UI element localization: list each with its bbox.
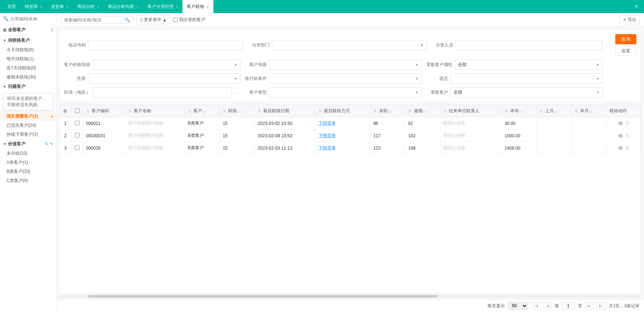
sidebar-group-pending[interactable]: ▼ 待联络客户 bbox=[0, 36, 56, 45]
sidebar-item-declining[interactable]: 持续下滑客户(2) bbox=[0, 130, 56, 139]
tab-purchase-order[interactable]: 进货单 × bbox=[47, 0, 73, 13]
nature-select[interactable]: ▼ bbox=[88, 73, 241, 84]
col-name[interactable]: ⇅ 客户名称 bbox=[125, 105, 185, 117]
close-tab-sales-icon[interactable]: × bbox=[40, 4, 42, 9]
region-select[interactable] bbox=[92, 87, 232, 97]
sidebar-all-customers[interactable]: ⊞ 全部客户 《 bbox=[0, 25, 56, 36]
edit-icon[interactable]: ✎ bbox=[50, 142, 53, 146]
sidebar-item-b-class[interactable]: B类客户(33) bbox=[0, 167, 56, 176]
col-this-year[interactable]: ⇅ 本年... bbox=[502, 105, 536, 117]
zero-customer-select[interactable]: 全部 ▼ bbox=[450, 87, 603, 97]
row-last-date: 2023-02-03 11:12: bbox=[255, 142, 315, 154]
my-customers-checkbox[interactable] bbox=[173, 17, 178, 22]
search-submit-icon[interactable]: 🔍 bbox=[125, 17, 130, 23]
query-button[interactable]: 查询 bbox=[615, 34, 636, 44]
person-more-icon[interactable]: ... bbox=[604, 42, 611, 48]
more-action-icon[interactable]: ⠿ bbox=[626, 133, 629, 138]
dept-select[interactable]: ▼ bbox=[272, 40, 427, 50]
page-number-input[interactable] bbox=[562, 302, 575, 309]
more-action-icon[interactable]: ⠿ bbox=[626, 121, 629, 126]
sort-icon8: ⇅ bbox=[408, 109, 411, 113]
person-select[interactable] bbox=[455, 40, 602, 50]
row-checkbox-cell[interactable] bbox=[71, 117, 83, 130]
sidebar-item-overdue-contact[interactable]: 逾期未联络(30) bbox=[0, 73, 56, 82]
sidebar-group-problem[interactable]: ▼ 问题客户 bbox=[0, 82, 56, 92]
sidebar-group-value[interactable]: ▼ 价值客户 ↻ ✎ bbox=[0, 139, 56, 149]
search-input[interactable] bbox=[64, 17, 123, 23]
zero-customer-label: 零散客户 bbox=[426, 89, 448, 96]
col-checkbox[interactable] bbox=[71, 105, 83, 117]
horizontal-scrollbar[interactable] bbox=[59, 295, 641, 298]
tab-goods-analysis-list[interactable]: 商品分析列表 × bbox=[104, 0, 143, 13]
select-all-checkbox[interactable] bbox=[75, 108, 80, 113]
row-last-method[interactable]: 下销货单 bbox=[315, 142, 370, 154]
col-last-month[interactable]: ⇅ 上月... bbox=[536, 105, 571, 117]
close-tab-goods-list-icon[interactable]: × bbox=[136, 4, 138, 9]
row-checkbox-cell[interactable] bbox=[71, 142, 83, 154]
row-last-date: 2023-03-02 10:30: bbox=[255, 117, 315, 130]
status-select[interactable]: ▼ bbox=[450, 73, 603, 84]
next-page-button[interactable]: ▶ bbox=[585, 302, 593, 309]
row-checkbox[interactable] bbox=[75, 133, 80, 138]
sidebar-item-churned[interactable]: 已流失客户(24) bbox=[0, 121, 56, 130]
row-last-method[interactable]: 下销货单 bbox=[315, 130, 370, 142]
tab-home[interactable]: 首页 bbox=[3, 0, 20, 13]
sidebar-item-tomorrow-pending[interactable]: 明天待联络(1) bbox=[0, 54, 56, 64]
region-more-icon[interactable]: ... bbox=[234, 90, 241, 95]
zero-attr-select[interactable]: 全部 ▼ bbox=[455, 60, 603, 70]
contact-action-icon[interactable]: ☎ bbox=[618, 121, 623, 126]
col-code[interactable]: ⇅ 客户编码 bbox=[83, 105, 125, 117]
sidebar-item-a-class[interactable]: A类客户(1) bbox=[0, 158, 56, 167]
price-level-select[interactable]: ▼ bbox=[92, 60, 241, 70]
sidebar-item-today-pending[interactable]: 今天待联络(0) bbox=[0, 45, 56, 54]
col-contacts[interactable]: ⇅ 联络... bbox=[220, 105, 254, 117]
sidebar-item-c-class[interactable]: C类客户(6) bbox=[0, 176, 56, 185]
prev-page-button[interactable]: ◀ bbox=[543, 302, 552, 309]
row-last-month bbox=[536, 142, 571, 154]
row-checkbox[interactable] bbox=[75, 145, 80, 150]
col-overdue[interactable]: ⇅ 逾期... bbox=[405, 105, 440, 117]
customer-type-select[interactable]: ▼ bbox=[269, 87, 422, 97]
more-filter-button[interactable]: ▽ 更多条件 ▲ bbox=[136, 15, 170, 24]
payment-select[interactable]: ▼ bbox=[269, 73, 422, 84]
col-contact-person[interactable]: ⇅ 往来单位联系人 bbox=[440, 105, 502, 117]
phone-input[interactable] bbox=[88, 40, 243, 50]
close-tab-goods-analysis-icon[interactable]: × bbox=[97, 4, 99, 9]
contact-action-icon[interactable]: ☎ bbox=[618, 146, 623, 151]
close-tab-purchase-icon[interactable]: × bbox=[66, 4, 68, 9]
col-last-method[interactable]: ⇅ 最后联络方式 bbox=[315, 105, 370, 117]
settings-button[interactable]: 设置 bbox=[615, 46, 636, 56]
filter-payment: 收付款条件 ▼ bbox=[245, 73, 422, 84]
row-code: 000026 bbox=[83, 142, 125, 154]
col-last-date[interactable]: ⇅ 最后联络日期 bbox=[255, 105, 315, 117]
my-customers-checkbox-label[interactable]: 我分管的客户 bbox=[173, 17, 205, 23]
window-close-button[interactable]: × bbox=[632, 3, 641, 10]
sidebar-search-input[interactable] bbox=[10, 16, 53, 21]
refresh-icon[interactable]: ↻ bbox=[45, 142, 48, 146]
tab-customer-layer[interactable]: 客户分层经营 × bbox=[143, 0, 182, 13]
close-tab-customer-layer-icon[interactable]: × bbox=[176, 4, 178, 9]
sidebar-item-ungrouped[interactable]: 未分组(32) bbox=[0, 149, 56, 158]
row-last-method[interactable]: 下销货单 bbox=[315, 117, 370, 130]
tab-goods-analysis[interactable]: 商品分析 × bbox=[73, 0, 104, 13]
tab-customer-contact[interactable]: 客户联络 × bbox=[182, 0, 213, 13]
col-this-month[interactable]: ⇅ 本月... bbox=[571, 105, 606, 117]
contact-action-icon[interactable]: ☎ bbox=[618, 133, 623, 138]
scrollbar-thumb[interactable] bbox=[88, 295, 438, 298]
collapse-sidebar-icon[interactable]: 《 bbox=[49, 27, 53, 33]
export-button[interactable]: ↗ 导出 bbox=[619, 15, 640, 24]
col-settings[interactable]: ⚙ bbox=[60, 105, 71, 117]
last-page-button[interactable]: ▶| bbox=[596, 302, 606, 309]
sidebar-item-churn-warning[interactable]: 流失预警客户(3) ● bbox=[0, 112, 56, 121]
sidebar-item-7day-pending[interactable]: 近7天待联络(0) bbox=[0, 64, 56, 73]
row-checkbox-cell[interactable] bbox=[71, 130, 83, 142]
col-customer-type[interactable]: ⇅ 客户... bbox=[185, 105, 220, 117]
customer-level-select[interactable]: ▼ bbox=[269, 60, 422, 70]
close-tab-customer-contact-icon[interactable]: × bbox=[206, 4, 209, 9]
more-action-icon[interactable]: ⠿ bbox=[626, 146, 629, 151]
tab-sales-order[interactable]: 销货单 × bbox=[20, 0, 47, 13]
col-uncontacted[interactable]: ⇅ 未联... bbox=[370, 105, 405, 117]
per-page-select[interactable]: 50 100 200 bbox=[508, 302, 528, 310]
first-page-button[interactable]: |◀ bbox=[531, 302, 540, 309]
row-checkbox[interactable] bbox=[75, 121, 80, 125]
